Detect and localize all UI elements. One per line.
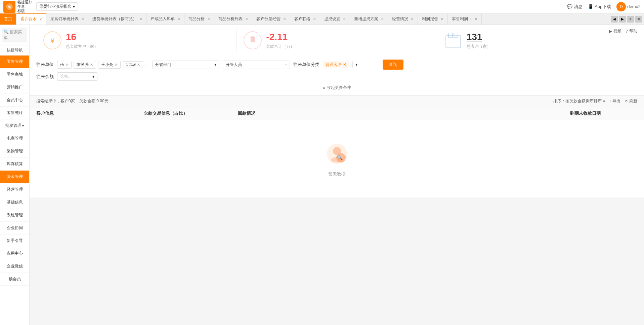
remove-tag-normal-customer[interactable]: ✕ bbox=[343, 62, 346, 67]
tab-retail-profit[interactable]: 零售利润（ ✕ bbox=[448, 13, 482, 25]
remove-tag-chenminqiang[interactable]: ✕ bbox=[90, 63, 93, 67]
tab-next-button[interactable]: ▶ bbox=[619, 16, 626, 23]
close-icon[interactable]: ✕ bbox=[139, 17, 142, 21]
sidebar-item-capital-mgmt[interactable]: 资金管理 bbox=[0, 171, 29, 183]
sidebar-item-enterprise-coop[interactable]: 企业协同 bbox=[0, 222, 29, 234]
close-icon[interactable]: ✕ bbox=[245, 17, 248, 21]
close-icon[interactable]: ✕ bbox=[411, 17, 414, 21]
tab-profit-report[interactable]: 利润报告 ✕ bbox=[418, 13, 448, 25]
tab-prev-button[interactable]: ◀ bbox=[611, 16, 618, 23]
filter-more-tags[interactable]: ··· bbox=[145, 62, 149, 67]
chevron-down-icon: ▾ bbox=[22, 124, 24, 128]
filter-tag-cjttcw: cjttcw ✕ bbox=[123, 61, 143, 68]
filter-balance-select[interactable]: 选择... ▾ bbox=[57, 72, 97, 81]
tab-label: 提成设置 bbox=[324, 16, 340, 22]
close-icon[interactable]: ✕ bbox=[343, 17, 346, 21]
sidebar-item-member-center[interactable]: 会员中心 bbox=[0, 94, 29, 107]
remove-tag-wangxiaoliang[interactable]: ✕ bbox=[115, 63, 118, 67]
avatar: D bbox=[616, 2, 626, 11]
sidebar-search-area: 🔍 搜索菜单 bbox=[0, 25, 29, 45]
filter-unit-tags: 伍 ✕ 陈民强 ✕ 王小亮 ✕ cjttcw ✕ ··· bbox=[57, 61, 149, 69]
sidebar-item-system-mgmt[interactable]: 系统管理 bbox=[0, 209, 29, 222]
close-icon[interactable]: ✕ bbox=[381, 17, 384, 21]
tab-promotion-settings[interactable]: 提成设置 ✕ bbox=[320, 13, 350, 25]
svg-rect-6 bbox=[446, 36, 461, 48]
tab-customer-account[interactable]: 客户账本 ✕ bbox=[16, 13, 46, 25]
credit-customers-value: 16 bbox=[66, 32, 98, 42]
video-link[interactable]: ▶ 视频 bbox=[609, 28, 621, 34]
close-icon[interactable]: ✕ bbox=[207, 17, 210, 21]
chevron-up-icon: ∧ bbox=[323, 85, 326, 90]
header-actions: ▶ 视频 ? 帮助 bbox=[609, 28, 637, 34]
svg-text:¥: ¥ bbox=[50, 36, 55, 45]
filter-unit-label: 往来单位 bbox=[36, 62, 54, 68]
sidebar-item-basic-info[interactable]: 基础信息 bbox=[0, 196, 29, 209]
empty-text: 暂无数据 bbox=[328, 171, 346, 177]
sidebar-item-newbie-guide[interactable]: 新手引导 bbox=[0, 234, 29, 247]
close-icon[interactable]: ✕ bbox=[39, 17, 42, 21]
filter-department-select[interactable]: 分管部门 ▾ bbox=[152, 61, 219, 69]
tab-customer-contact[interactable]: 客户联络 ✕ bbox=[290, 13, 320, 25]
sidebar-item-retail-mgmt[interactable]: 零售管理 bbox=[0, 56, 29, 68]
tab-customer-segment[interactable]: 客户分层经营 ✕ bbox=[252, 13, 290, 25]
stat-icon-credit-total bbox=[243, 31, 262, 50]
message-button[interactable]: 💬 消息 bbox=[567, 4, 583, 10]
message-icon: 💬 bbox=[567, 4, 572, 9]
sidebar-item-free-member[interactable]: 畅会员 bbox=[0, 273, 29, 286]
chevron-down-icon: ▾ bbox=[355, 62, 357, 67]
close-icon[interactable]: ✕ bbox=[475, 17, 477, 21]
tab-operation-status[interactable]: 经营情况 ✕ bbox=[388, 13, 418, 25]
app-download-button[interactable]: 📱 App下载 bbox=[588, 4, 611, 10]
sidebar-item-wholesale-mgmt[interactable]: 批发管理 ▾ bbox=[0, 119, 29, 132]
empty-state: 🔍 暂无数据 bbox=[30, 120, 644, 197]
tab-home[interactable]: 首页 bbox=[0, 13, 16, 25]
close-icon[interactable]: ✕ bbox=[81, 17, 84, 21]
filter-tag-wangxiaoliang: 王小亮 ✕ bbox=[98, 61, 121, 69]
sidebar-item-retail-mall[interactable]: 零售商城 bbox=[0, 68, 29, 81]
refresh-icon: ↺ bbox=[625, 99, 628, 104]
filter-area: 往来单位 伍 ✕ 陈民强 ✕ 王小亮 ✕ cjttcw bbox=[30, 56, 644, 96]
remove-tag-wu[interactable]: ✕ bbox=[66, 63, 69, 67]
sort-selector[interactable]: 排序：按欠款金额倒序排序 ▾ bbox=[553, 98, 605, 104]
sidebar-item-enterprise-wechat[interactable]: 企业微信 bbox=[0, 260, 29, 273]
tab-label: 利润报告 bbox=[422, 16, 438, 22]
tab-product-analysis-list[interactable]: 商品分析列表 ✕ bbox=[214, 13, 252, 25]
close-icon[interactable]: ✕ bbox=[441, 17, 443, 21]
tab-purchase-stats[interactable]: 进货单统计表（按商品） ✕ bbox=[88, 13, 146, 25]
close-icon[interactable]: ✕ bbox=[177, 17, 180, 21]
tab-new-promotion[interactable]: 新增提成方案 ✕ bbox=[350, 13, 388, 25]
sidebar-item-ecom-mgmt[interactable]: 电商管理 bbox=[0, 132, 29, 145]
close-icon[interactable]: ✕ bbox=[313, 17, 316, 21]
close-icon[interactable]: ✕ bbox=[283, 17, 286, 21]
stat-info-total-customers: 131 总客户（家） bbox=[467, 32, 491, 49]
refresh-button[interactable]: ↺ 刷新 bbox=[625, 98, 637, 104]
tab-menu-button[interactable]: ≡ bbox=[627, 16, 634, 23]
export-button[interactable]: ↑ 导出 bbox=[609, 98, 620, 104]
account-selector[interactable]: 母婴行业演示帐套 ▾ bbox=[36, 2, 78, 11]
svg-text:🔍: 🔍 bbox=[337, 155, 343, 160]
stats-header: ¥ 16 总欠款客户（家） -2.11 欠款合计（万 bbox=[30, 25, 644, 56]
top-bar: 畅 畅捷通好生意 标版 母婴行业演示帐套 ▾ 💬 消息 📱 App下载 D de… bbox=[0, 0, 644, 13]
help-link[interactable]: ? 帮助 bbox=[626, 28, 637, 34]
filter-person-select[interactable]: 分管人员 ··· bbox=[223, 61, 290, 69]
tab-label: 商品分析列表 bbox=[218, 16, 243, 22]
sidebar-item-marketing[interactable]: 营销推广 bbox=[0, 81, 29, 94]
logo-area: 畅 畅捷通好生意 标版 bbox=[3, 0, 33, 13]
collapse-button[interactable]: ∧ 收起更多条件 bbox=[36, 83, 637, 92]
tab-product-analysis[interactable]: 商品分析 ✕ bbox=[184, 13, 214, 25]
filter-unit-category-select[interactable]: ▾ bbox=[352, 61, 379, 68]
tab-close-all-button[interactable]: ✕ bbox=[635, 16, 642, 23]
sidebar-item-app-center[interactable]: 应用中心 bbox=[0, 247, 29, 260]
sidebar-search-button[interactable]: 🔍 搜索菜单 bbox=[2, 28, 27, 42]
sidebar-item-purchase-mgmt[interactable]: 采购管理 bbox=[0, 145, 29, 158]
tab-product-storage[interactable]: 产成品入库单 ✕ bbox=[146, 13, 184, 25]
sidebar-item-retail-stats[interactable]: 零售统计 bbox=[0, 107, 29, 119]
query-button[interactable]: 查询 bbox=[383, 60, 403, 70]
tab-purchase-order[interactable]: 采购订单统计表 ✕ bbox=[46, 13, 88, 25]
filter-row-2: 往来余额 选择... ▾ bbox=[36, 72, 637, 81]
sidebar-item-inventory[interactable]: 库存核算 bbox=[0, 158, 29, 171]
sidebar-item-operation-mgmt[interactable]: 经营管理 bbox=[0, 183, 29, 196]
sidebar-quick-nav[interactable]: 快捷导航 bbox=[0, 45, 29, 56]
user-avatar-button[interactable]: D demo2 bbox=[616, 2, 641, 11]
remove-tag-cjttcw[interactable]: ✕ bbox=[137, 63, 140, 67]
